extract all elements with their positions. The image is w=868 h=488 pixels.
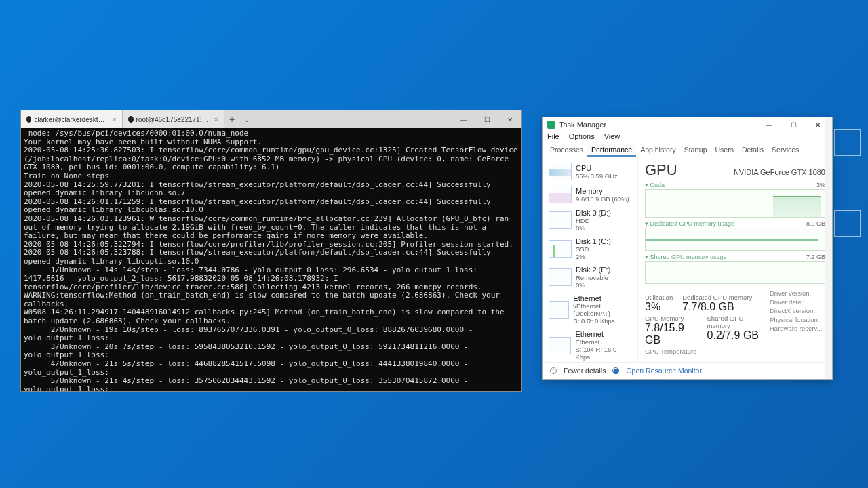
tab-startup[interactable]: Startup: [680, 144, 711, 157]
graph-max: 7.9 GB: [806, 253, 825, 260]
info-label: Driver version:: [770, 289, 825, 297]
sidebar-item-4[interactable]: Disk 2 (E:)Removable0%: [543, 263, 637, 291]
stat-label: Shared GPU memory: [707, 314, 763, 329]
resmon-icon: ⬤: [612, 367, 619, 374]
terminal-tabbar: clarker@clarkerdesktop: /mnt/c... × root…: [21, 110, 521, 128]
tab-details[interactable]: Details: [738, 144, 768, 157]
new-tab-button[interactable]: +: [224, 110, 239, 128]
minimize-button[interactable]: —: [759, 121, 779, 129]
device-sub2: 2%: [576, 253, 611, 260]
device-thumb: [549, 163, 572, 180]
tab-close-icon[interactable]: ×: [111, 115, 117, 123]
graph-ded[interactable]: [645, 228, 825, 251]
minimize-button[interactable]: —: [452, 110, 475, 128]
tab-app-history[interactable]: App history: [636, 144, 680, 157]
device-sub2: 0%: [576, 281, 610, 289]
chevron-up-icon[interactable]: ˄: [550, 367, 557, 374]
sidebar-item-3[interactable]: Disk 1 (C:)SSD2%: [543, 235, 637, 263]
device-thumb: [549, 186, 572, 203]
stat-label: Utilization: [645, 293, 673, 301]
device-sub: vEthernet (DockerNAT): [573, 302, 632, 317]
device-name: Ethernet: [573, 294, 632, 302]
device-thumb: [549, 211, 572, 229]
fewer-details-link[interactable]: Fewer details: [564, 367, 606, 375]
device-sub2: 0%: [576, 224, 611, 232]
stat-label: Dedicated GPU memory: [682, 293, 752, 301]
stat-label: GPU Memory: [645, 314, 698, 322]
sidebar-item-5[interactable]: EthernetvEthernet (DockerNAT)S: 0 R: 0 K…: [543, 291, 637, 327]
graph-label[interactable]: ▾ Cuda: [645, 182, 665, 188]
info-label: Driver date:: [770, 298, 825, 306]
gpu-temp-label: GPU Temperature: [645, 348, 763, 355]
taskmanager-icon: [547, 121, 555, 129]
menu-options[interactable]: Options: [569, 132, 595, 143]
terminal-tab-1[interactable]: root@46d175e22171: /mnt/c/U... ×: [123, 110, 224, 128]
terminal-tab-label: root@46d175e22171: /mnt/c/U...: [136, 116, 210, 123]
terminal-output[interactable]: node: /sys/bus/pci/devices/0000:01:00.0/…: [21, 128, 521, 391]
device-sub: 55% 3.59 GHz: [576, 172, 618, 180]
menubar: File Options View: [543, 132, 832, 143]
stat-value: 3%: [645, 301, 673, 313]
device-sub: Ethernet: [575, 338, 632, 346]
info-label: Physical location:: [770, 316, 825, 323]
tab-dropdown-icon[interactable]: ⌄: [239, 110, 254, 128]
close-button[interactable]: ✕: [498, 110, 521, 128]
menu-view[interactable]: View: [604, 132, 620, 143]
stat-value: 7.8/15.9 GB: [645, 322, 698, 346]
window-controls: — ☐ ✕: [452, 110, 521, 128]
maximize-button[interactable]: ☐: [783, 121, 804, 129]
device-sub: HDD: [576, 217, 611, 224]
graph-max: 3%: [816, 182, 825, 188]
device-sub: 9.6/15.9 GB (60%): [576, 195, 629, 203]
device-sub: Removable: [576, 274, 610, 281]
device-name: Ethernet: [575, 330, 632, 338]
info-label: Hardware reserv...: [770, 325, 825, 332]
device-sub2: S: 104 R: 16.0 Kbps: [575, 346, 632, 361]
taskmanager-titlebar[interactable]: Task Manager — ☐ ✕: [543, 117, 832, 132]
terminal-tab-label: clarker@clarkerdesktop: /mnt/c...: [34, 116, 108, 123]
tab-services[interactable]: Services: [768, 144, 803, 157]
tux-icon: [128, 116, 134, 123]
sidebar-item-2[interactable]: Disk 0 (D:)HDD0%: [543, 206, 637, 235]
graph-label[interactable]: ▾ Shared GPU memory usage: [645, 253, 727, 260]
tux-icon: [26, 116, 31, 123]
taskmanager-window: Task Manager — ☐ ✕ File Options View Pro…: [542, 117, 833, 380]
gpu-model: NVIDIA GeForce GTX 1080: [734, 168, 825, 176]
resource-monitor-link[interactable]: Open Resource Monitor: [626, 367, 701, 375]
device-name: CPU: [576, 164, 618, 172]
maximize-button[interactable]: ☐: [475, 110, 498, 128]
tab-close-icon[interactable]: ×: [213, 115, 218, 123]
device-name: Disk 0 (D:): [576, 209, 611, 217]
device-thumb: [549, 268, 572, 286]
device-sub2: S: 0 R: 0 Kbps: [573, 317, 632, 325]
graph-cuda[interactable]: [645, 189, 825, 218]
device-thumb: [549, 240, 572, 258]
taskmanager-main: GPU NVIDIA GeForce GTX 1080 ▾ Cuda3%▾ De…: [638, 157, 832, 362]
terminal-window: clarker@clarkerdesktop: /mnt/c... × root…: [20, 110, 522, 392]
device-name: Disk 1 (C:): [576, 237, 611, 245]
taskmanager-title: Task Manager: [559, 121, 606, 129]
device-sub: SSD: [576, 245, 611, 253]
taskmanager-tabs: ProcessesPerformanceApp historyStartupUs…: [543, 143, 832, 157]
device-thumb: [549, 337, 571, 354]
graph-shr[interactable]: [645, 261, 825, 284]
device-name: Memory: [576, 187, 629, 195]
device-name: Disk 2 (E:): [576, 266, 610, 274]
sidebar-item-1[interactable]: Memory9.6/15.9 GB (60%): [543, 183, 637, 206]
taskmanager-footer: ˄ Fewer details ⬤ Open Resource Monitor: [543, 362, 832, 379]
device-thumb: [549, 301, 569, 319]
stat-value: 7.7/8.0 GB: [682, 301, 752, 313]
graph-label[interactable]: ▾ Dedicated GPU memory usage: [645, 220, 734, 227]
taskmanager-sidebar[interactable]: CPU55% 3.59 GHzMemory9.6/15.9 GB (60%)Di…: [543, 157, 638, 362]
sidebar-item-0[interactable]: CPU55% 3.59 GHz: [543, 160, 637, 183]
menu-file[interactable]: File: [547, 132, 559, 143]
gpu-heading: GPU: [645, 161, 677, 179]
tab-users[interactable]: Users: [711, 144, 738, 157]
tab-performance[interactable]: Performance: [587, 144, 636, 157]
sidebar-item-6[interactable]: EthernetEthernetS: 104 R: 16.0 Kbps: [543, 327, 637, 362]
tab-processes[interactable]: Processes: [546, 144, 587, 157]
info-label: DirectX version:: [770, 307, 825, 314]
stat-value: 0.2/7.9 GB: [707, 329, 763, 342]
graph-max: 8.0 GB: [806, 220, 825, 227]
terminal-tab-0[interactable]: clarker@clarkerdesktop: /mnt/c... ×: [21, 110, 123, 128]
